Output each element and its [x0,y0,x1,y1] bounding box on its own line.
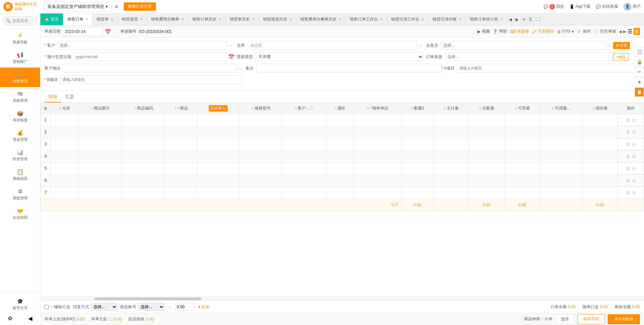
cell-available[interactable] [504,150,540,162]
right-panel-btn-5[interactable]: 📋 [635,87,644,97]
date-input[interactable] [63,27,103,36]
cell-product[interactable] [165,138,197,150]
sidebar-item-sales[interactable]: 🛒 销售管理 [0,68,40,87]
cell-available-more[interactable] [540,126,582,138]
cell-sales-unit[interactable] [353,138,401,150]
sort-main-unit[interactable]: ⇅ [443,107,446,110]
cell-qty2[interactable] [401,174,433,187]
save-draft-btn[interactable]: 保存草稿 [577,314,605,324]
cell-main-unit[interactable] [433,138,469,150]
th-settings[interactable]: ⚙ [41,103,51,114]
cell-customer-code[interactable] [282,138,326,150]
scan-btn[interactable]: 扫码录入 [209,105,228,112]
help-btn[interactable]: ❓ 帮助 [493,29,507,34]
history-btn[interactable]: 📄 历史单据 [594,29,616,34]
scrollbar-thumb[interactable] [94,297,202,300]
scroll-bar[interactable] [40,296,644,300]
remark-input[interactable] [256,64,441,73]
tab-sales-refund[interactable]: 销货退货 ✕ [118,13,147,26]
settings-icon[interactable]: ⚙ [112,2,121,11]
tab-close-sales-return[interactable]: ✕ [111,17,113,21]
cell-code[interactable] [122,187,165,199]
calendar-icon[interactable]: 📅 [105,29,111,34]
cell-sales-unit[interactable] [353,174,401,187]
tab-close-sales-refund[interactable]: ✕ [140,17,143,21]
cell-code[interactable] [122,114,165,126]
view-nav-prev[interactable]: ◀ [619,29,622,34]
cell-sales-unit[interactable] [353,126,401,138]
tab-cash-workbench[interactable]: 钱货日清工作台 ✕ [387,13,428,26]
cell-attribute[interactable] [326,174,354,187]
tab-nav-prev[interactable]: ◀ [507,13,514,26]
tab-nav-expand[interactable]: ⛶ [534,13,541,26]
cell-main-qty[interactable] [469,187,504,199]
tab-detail[interactable]: 明细 [44,92,61,103]
tab-close-order-workbench[interactable]: ✕ [380,17,383,21]
cell-product[interactable] [165,114,197,126]
cell-current-stock[interactable] [582,162,618,174]
cell-spec[interactable] [239,150,282,162]
cell-spec[interactable] [239,162,282,174]
payment-select[interactable]: 选择... [90,303,117,311]
tab-close-sales-order[interactable]: ✕ [85,17,88,21]
tab-cash-reconcile[interactable]: 钱货日清对账 ✕ [428,13,466,26]
cell-main-qty[interactable] [469,138,504,150]
cell-available[interactable] [504,126,540,138]
cell-main-unit[interactable] [433,126,469,138]
cell-main-unit[interactable] [433,150,469,162]
sidebar-item-guide[interactable]: 🎓 新手引导 [0,294,40,314]
row-delete-icon[interactable]: 🗑 [626,178,631,183]
row-copy-icon[interactable]: ⊕ [632,141,636,147]
account-dots[interactable]: ··· [166,304,173,310]
warehouse-input[interactable] [248,41,417,50]
cell-sales-unit[interactable] [353,162,401,174]
view-btn[interactable]: ▶ 视频 [478,29,490,34]
cell-image[interactable] [78,114,122,126]
profit-btn[interactable]: 📈 毛利预告 [532,29,554,34]
cell-main-qty[interactable] [469,150,504,162]
sort-code[interactable]: ⇅ [134,107,136,110]
cell-product[interactable] [165,174,197,187]
address-dots[interactable]: ··· [236,66,243,71]
right-panel-btn-1[interactable]: ⬜ [635,47,644,56]
tab-summary[interactable]: 汇总 [61,92,78,103]
sidebar-item-base[interactable]: 📋 基础信息 [0,165,40,185]
tab-nav-close-all[interactable]: ✕ [521,13,527,26]
cell-qty2[interactable] [401,162,433,174]
tab-sales-order-workbench[interactable]: 销售订单工作台 ✕ [346,13,387,26]
row-delete-icon[interactable]: 🗑 [626,141,631,147]
tab-close-fee-history[interactable]: ✕ [339,17,341,21]
invoice-select[interactable]: 不开票 [255,52,424,61]
address-input[interactable] [63,64,236,73]
sort-product[interactable]: ⇅ [174,107,177,110]
cell-available[interactable] [504,114,540,126]
cell-image[interactable] [78,187,122,199]
sort-qty2[interactable]: ⇅ [411,107,413,110]
tab-close-refund-history[interactable]: ✕ [289,17,292,21]
tab-sales-order[interactable]: 销售订单 ✕ [63,13,92,26]
sidebar-item-inventory[interactable]: 📦 库存核算 [0,107,40,126]
industry-btn[interactable]: 体验行业方案 [124,2,156,11]
tab-sales-fee-history[interactable]: 销售费用分摊单历史 ✕ [296,13,346,26]
right-panel-btn-2[interactable]: 🔒 [635,57,644,67]
cell-warehouse[interactable] [51,150,79,162]
cell-qty2[interactable] [401,187,433,199]
operation-btn[interactable]: ⚡ 操作 [576,29,591,34]
cell-spec[interactable] [239,114,282,126]
cell-customer-code[interactable] [282,174,326,187]
tab-close-order-history[interactable]: ✕ [219,17,221,21]
user-btn[interactable]: 👤 用户 [623,3,641,11]
cell-attribute[interactable] [326,114,354,126]
row-delete-icon[interactable]: 🗑 [626,166,631,171]
cell-warehouse[interactable] [51,187,79,199]
tab-nav-next[interactable]: ▶ [514,13,521,26]
sort-sales-unit[interactable]: ⇅ [367,107,369,110]
cell-code[interactable] [122,150,165,162]
tab-sales-order-history[interactable]: 销售订单历史 ✕ [188,13,226,26]
cell-customer-code[interactable] [282,187,326,199]
row-copy-icon[interactable]: ⊕ [632,129,636,135]
cell-sales-unit[interactable] [353,114,401,126]
row-delete-icon[interactable]: 🗑 [626,190,631,195]
cell-image[interactable] [78,150,122,162]
cell-customer-code[interactable] [282,162,326,174]
